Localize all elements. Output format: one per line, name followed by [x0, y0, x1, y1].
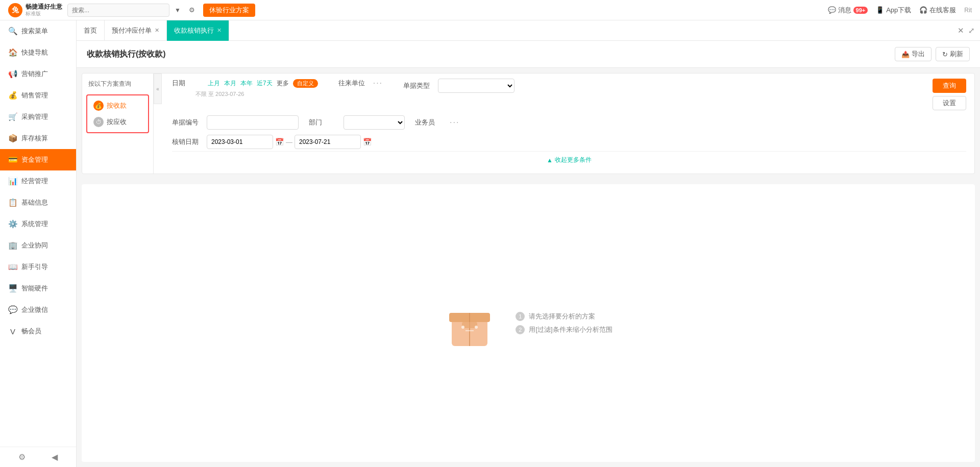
sidebar-item-enterprise[interactable]: 🏢企业协同: [0, 235, 76, 256]
settings-icon[interactable]: ⚙: [186, 4, 198, 16]
sidebar-settings-icon[interactable]: ⚙: [18, 452, 26, 462]
tab-prepay-label: 预付冲应付单: [112, 26, 152, 35]
sidebar-item-basic-info[interactable]: 📋基础信息: [0, 192, 76, 213]
filter-panel-inner: 按以下方案查询 💰 按收款 ⏱ 按应收: [82, 73, 974, 174]
service-icon: 🎧: [919, 6, 927, 14]
svg-point-4: [461, 326, 464, 329]
search-menu-label: 搜索菜单: [21, 27, 48, 36]
writeoff-end-input[interactable]: [295, 135, 361, 149]
tab-collection-close[interactable]: ✕: [217, 27, 222, 34]
search-dropdown[interactable]: ▼: [175, 7, 181, 14]
export-button[interactable]: 📤 导出: [895, 47, 932, 61]
bill-no-label: 单据编号: [172, 118, 203, 127]
filter-option-receipt[interactable]: 💰 按收款: [89, 97, 146, 114]
svg-point-5: [475, 326, 478, 329]
user-avatar[interactable]: Rit: [964, 7, 972, 14]
filter-sidebar-title: 按以下方案查询: [82, 78, 153, 92]
filter-panel: 按以下方案查询 💰 按收款 ⏱ 按应收: [82, 73, 975, 174]
date-dash: —: [286, 138, 292, 146]
app-version: 标准版: [26, 11, 62, 17]
sidebar-item-marketing[interactable]: 📢营销推广: [0, 63, 76, 85]
solution-button[interactable]: 休验行业方案: [203, 4, 255, 17]
collapse-sidebar-btn[interactable]: «: [154, 73, 162, 104]
app-download-label: App下载: [886, 6, 911, 15]
writeoff-start-input[interactable]: [207, 135, 273, 149]
quick-nav-icon: 🏠: [8, 48, 17, 57]
sidebar-item-smart-hw[interactable]: 🖥️智能硬件: [0, 278, 76, 299]
app-icon: 📱: [876, 6, 884, 14]
bill-type-label: 单据类型: [403, 81, 434, 90]
dept-select[interactable]: [344, 115, 405, 130]
quick-nav-label: 快捷导航: [21, 48, 48, 57]
system-label: 系统管理: [21, 219, 48, 229]
tab-bar-actions: ✕ ⤢: [958, 26, 980, 35]
guide-label: 新手引导: [21, 262, 48, 272]
purchase-icon: 🛒: [8, 112, 17, 121]
refresh-button[interactable]: ↻ 刷新: [936, 47, 970, 61]
app-logo: 兔 畅捷通好生意 标准版: [8, 3, 62, 17]
collapse-more-button[interactable]: ▲ 收起更多条件: [172, 151, 966, 168]
sidebar-item-weixin[interactable]: 💬企业微信: [0, 299, 76, 321]
app-download-link[interactable]: 📱 App下载: [876, 6, 911, 15]
query-button[interactable]: 查询: [933, 79, 966, 93]
operation-label: 经营管理: [21, 177, 48, 186]
date-link-more[interactable]: 更多: [277, 79, 289, 88]
counterpart-input[interactable]: ···: [373, 79, 383, 88]
sidebar-item-system[interactable]: ⚙️系统管理: [0, 213, 76, 235]
export-label: 导出: [912, 50, 925, 59]
finance-icon: 💳: [8, 155, 17, 164]
tab-collection[interactable]: 收款核销执行 ✕: [167, 20, 229, 41]
tab-prepay[interactable]: 预付冲应付单 ✕: [105, 20, 167, 41]
setting-button[interactable]: 设置: [933, 96, 966, 110]
tab-bar: 首页 预付冲应付单 ✕ 收款核销执行 ✕ ✕ ⤢: [77, 20, 980, 41]
writeoff-end-calendar-icon[interactable]: 📅: [363, 138, 372, 146]
content-area: 收款核销执行(按收款) 📤 导出 ↻ 刷新 按: [77, 41, 980, 467]
tab-home[interactable]: 首页: [77, 20, 105, 41]
tab-maximize-icon[interactable]: ⤢: [968, 26, 975, 35]
filter-option-receivable[interactable]: ⏱ 按应收: [89, 114, 146, 130]
sidebar-item-purchase[interactable]: 🛒采购管理: [0, 106, 76, 128]
top-bar: 兔 畅捷通好生意 标准版 ▼ ⚙ 休验行业方案 💬 消息 99+ 📱 App下载…: [0, 0, 980, 20]
date-link-last-month[interactable]: 上月: [208, 79, 220, 88]
sidebar-collapse-icon[interactable]: ◀: [52, 452, 58, 462]
right-content: 首页 预付冲应付单 ✕ 收款核销执行 ✕ ✕ ⤢ 收款核销执行(按收款) 📤: [77, 20, 980, 467]
staff-input[interactable]: ···: [450, 118, 459, 127]
date-link-this-year[interactable]: 本年: [240, 79, 253, 88]
member-label: 畅会员: [21, 327, 41, 336]
sidebar-item-member[interactable]: V畅会员: [0, 321, 76, 342]
online-service-label: 在线客服: [929, 6, 956, 15]
tab-close-all-icon[interactable]: ✕: [958, 26, 964, 35]
message-count: 99+: [853, 7, 868, 14]
basic-info-label: 基础信息: [21, 198, 48, 207]
enterprise-icon: 🏢: [8, 241, 17, 250]
hint-text-1: 请先选择要分析的方案: [529, 312, 595, 321]
message-badge[interactable]: 💬 消息 99+: [828, 6, 868, 15]
filter-sidebar: 按以下方案查询 💰 按收款 ⏱ 按应收: [82, 73, 154, 174]
smart-hw-label: 智能硬件: [21, 284, 48, 293]
hint-num-2: 2: [516, 325, 525, 334]
tab-collection-label: 收款核销执行: [174, 26, 214, 35]
operation-icon: 📊: [8, 177, 17, 186]
sidebar-item-guide[interactable]: 📖新手引导: [0, 256, 76, 278]
sidebar-item-finance[interactable]: 💳资金管理: [0, 149, 76, 170]
system-icon: ⚙️: [8, 219, 17, 229]
sidebar-item-inventory[interactable]: 📦库存核算: [0, 128, 76, 149]
bill-no-input[interactable]: [207, 115, 299, 130]
writeoff-date-label: 核销日期: [172, 137, 203, 146]
search-menu-icon: 🔍: [8, 27, 17, 36]
sidebar-item-quick-nav[interactable]: 🏠快捷导航: [0, 42, 76, 63]
search-input[interactable]: [67, 4, 169, 17]
date-custom-badge[interactable]: 自定义: [293, 79, 318, 88]
bill-type-select[interactable]: [438, 79, 514, 93]
sidebar-item-search-menu[interactable]: 🔍搜索菜单: [0, 20, 76, 42]
tab-prepay-close[interactable]: ✕: [155, 27, 159, 34]
sidebar-item-sales[interactable]: 💰销售管理: [0, 85, 76, 106]
empty-state: 1 请先选择要分析的方案 2 用[过滤]条件来缩小分析范围: [82, 184, 975, 462]
basic-info-icon: 📋: [8, 198, 17, 207]
sidebar-item-operation[interactable]: 📊经营管理: [0, 170, 76, 192]
date-link-this-month[interactable]: 本月: [224, 79, 236, 88]
writeoff-start-calendar-icon[interactable]: 📅: [275, 138, 284, 146]
date-link-7days[interactable]: 近7天: [257, 79, 273, 88]
online-service-link[interactable]: 🎧 在线客服: [919, 6, 956, 15]
enterprise-label: 企业协同: [21, 241, 48, 250]
